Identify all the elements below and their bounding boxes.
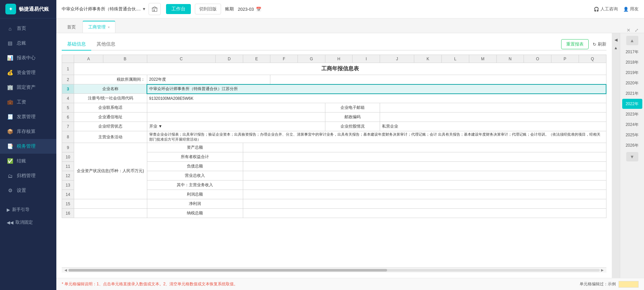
statusbar: * 单元格编辑说明：1、点击单元格直接录入数值或文本。2、清空单元格数值或文本恢…: [56, 278, 644, 290]
sidebar-item-archive[interactable]: 🗂 归档管理: [0, 168, 56, 183]
sidebar-item-finance[interactable]: 💰 资金管理: [0, 65, 56, 80]
cell-7-status[interactable]: 开业 ▼: [147, 122, 325, 131]
cell-5-email[interactable]: [380, 103, 606, 113]
right-up-arrow[interactable]: ▲: [612, 45, 619, 51]
cell-6-addr[interactable]: [147, 113, 325, 122]
finance-icon: 💰: [7, 69, 13, 76]
sidebar-item-close-account[interactable]: ✅ 结账: [0, 154, 56, 168]
cell-16-label: 纳税总额: [147, 209, 243, 218]
invoice-icon: 🧾: [7, 114, 13, 120]
cell-9-value[interactable]: [243, 143, 606, 152]
subtab-other-label: 其他信息: [97, 41, 115, 47]
panel-expand-icon[interactable]: ⤢: [635, 27, 639, 33]
scroll-thumb[interactable]: [68, 269, 387, 272]
cell-16-value[interactable]: [243, 209, 606, 218]
year-item[interactable]: 2025年: [622, 130, 642, 140]
subtab-other[interactable]: 其他信息: [91, 39, 121, 51]
svg-rect-1: [154, 9, 155, 11]
row-num-7: 7: [62, 122, 74, 131]
sidebar-label-close-account: 结账: [17, 158, 26, 164]
year-item[interactable]: 2018年: [622, 57, 642, 67]
cell-3-ab: 企业名称: [74, 84, 147, 94]
refresh-label: 刷新: [598, 41, 606, 47]
spreadsheet-wrapper[interactable]: A B C D E F G H I J K L: [62, 55, 606, 267]
sidebar-newbie[interactable]: ▶ 新手引导: [0, 203, 56, 216]
old-version-button[interactable]: 切到旧版: [195, 4, 221, 14]
company-name: 中审众环会计师事务所（特殊普通合伙....: [62, 6, 141, 12]
cell-16-ab: [74, 209, 147, 218]
cell-15-label: 净利润: [147, 199, 243, 209]
year-item[interactable]: 2020年: [622, 78, 642, 88]
tab-close-icon[interactable]: ×: [108, 25, 110, 29]
year-item[interactable]: 2023年: [622, 109, 642, 119]
refresh-button[interactable]: ↻ 刷新: [593, 41, 606, 47]
col-p: P: [551, 55, 579, 63]
row-num-1: 1: [62, 63, 74, 75]
cell-11-value[interactable]: [243, 162, 606, 171]
cell-7-control[interactable]: 私营企业: [380, 122, 606, 131]
cell-13-value[interactable]: [243, 180, 606, 190]
sidebar-label-settings: 设置: [17, 188, 26, 194]
table-row: 3 企业名称 中审众环会计师事务所（特殊普通合伙）江苏分所: [62, 84, 606, 94]
title-cell[interactable]: 工商年报信息表: [74, 63, 606, 75]
sidebar-item-invoice[interactable]: 🧾 发票管理: [0, 110, 56, 124]
user-button[interactable]: 👤 用友: [623, 6, 639, 12]
row-num-6: 6: [62, 113, 74, 122]
period-value: 2023-03: [238, 7, 254, 12]
year-down-arrow[interactable]: ▼: [626, 152, 638, 161]
tab-business[interactable]: 工商管理 ×: [83, 21, 115, 33]
cell-13-label: 其中：主营业务收入: [147, 180, 243, 190]
sidebar-item-inventory[interactable]: 📦 库存核算: [0, 124, 56, 139]
cell-6-post[interactable]: [380, 113, 606, 122]
cell-2-cde[interactable]: 2022年度: [147, 75, 270, 84]
right-collapse-button[interactable]: ◀: [612, 37, 619, 43]
scrollbar-horizontal[interactable]: ◀ ▶: [62, 267, 606, 273]
cell-15-value[interactable]: [243, 199, 606, 209]
cell-15-ab: [74, 199, 147, 209]
year-item[interactable]: 2017年: [622, 47, 642, 57]
sidebar-item-ledger[interactable]: ▤ 总账: [0, 36, 56, 51]
content-area: 基础信息 其他信息 重置报表 ↻ 刷新: [56, 33, 644, 278]
tabbar: 首页 工商管理 × ✕ ⤢: [56, 18, 644, 33]
cell-4-value[interactable]: 91320100MA208E5W6K: [147, 94, 606, 103]
workbench-button[interactable]: 工作台: [166, 4, 191, 14]
tax-icon: 📑: [7, 143, 13, 150]
scroll-left-arrow[interactable]: ◀: [63, 268, 68, 273]
home-icon: ⌂: [7, 25, 13, 32]
topbar: 中审众环会计师事务所（特殊普通合伙.... ▼ 工作台 切到旧版 账期 2023…: [56, 0, 644, 18]
statusbar-edited-label: 单元格编辑过：示例: [580, 281, 616, 287]
cell-5-phone[interactable]: [147, 103, 325, 113]
sidebar-cancel-fixed[interactable]: ◀◀ 取消固定: [0, 216, 56, 229]
panel-close-icon[interactable]: ✕: [627, 27, 631, 33]
subtab-left: 基础信息 其他信息: [62, 39, 121, 50]
company-icon-button[interactable]: [149, 3, 161, 15]
reset-button[interactable]: 重置报表: [561, 39, 589, 49]
cell-3-value[interactable]: 中审众环会计师事务所（特殊普通合伙）江苏分所: [147, 84, 606, 94]
sidebar-item-tax[interactable]: 📑 税务管理: [0, 139, 56, 154]
year-item[interactable]: 2021年: [622, 88, 642, 98]
company-selector[interactable]: 中审众环会计师事务所（特殊普通合伙.... ▼: [62, 6, 146, 12]
year-item[interactable]: 2026年: [622, 140, 642, 150]
sidebar-item-assets[interactable]: 🏢 固定资产: [0, 80, 56, 95]
tab-home[interactable]: 首页: [62, 21, 81, 33]
sidebar-item-settings[interactable]: ⚙ 设置: [0, 183, 56, 198]
subtab-basic[interactable]: 基础信息: [62, 39, 91, 51]
settings-icon: ⚙: [7, 187, 13, 194]
calendar-icon[interactable]: 📅: [256, 7, 261, 12]
cell-8-value[interactable]: 审查企业会计报表；出具审计报告；验证企业资本；出具验资报告；办理企业合并、分立、…: [147, 131, 606, 143]
sidebar-item-home[interactable]: ⌂ 首页: [0, 21, 56, 36]
year-item[interactable]: 2022年: [622, 99, 642, 109]
service-button[interactable]: 🎧 人工咨询: [594, 6, 618, 12]
cell-14-value[interactable]: [243, 190, 606, 199]
col-l: L: [442, 55, 469, 63]
scroll-right-arrow[interactable]: ▶: [600, 268, 605, 273]
period-display: 账期 2023-03 📅: [225, 6, 261, 12]
sidebar-item-salary[interactable]: 💼 工资: [0, 95, 56, 110]
sidebar-item-reports[interactable]: 📊 报表中心: [0, 51, 56, 65]
cell-12-value[interactable]: [243, 171, 606, 180]
cell-10-value[interactable]: [243, 152, 606, 162]
example-cell: [619, 281, 639, 288]
year-up-arrow[interactable]: ▲: [626, 36, 638, 45]
year-item[interactable]: 2019年: [622, 68, 642, 78]
year-item[interactable]: 2024年: [622, 120, 642, 130]
